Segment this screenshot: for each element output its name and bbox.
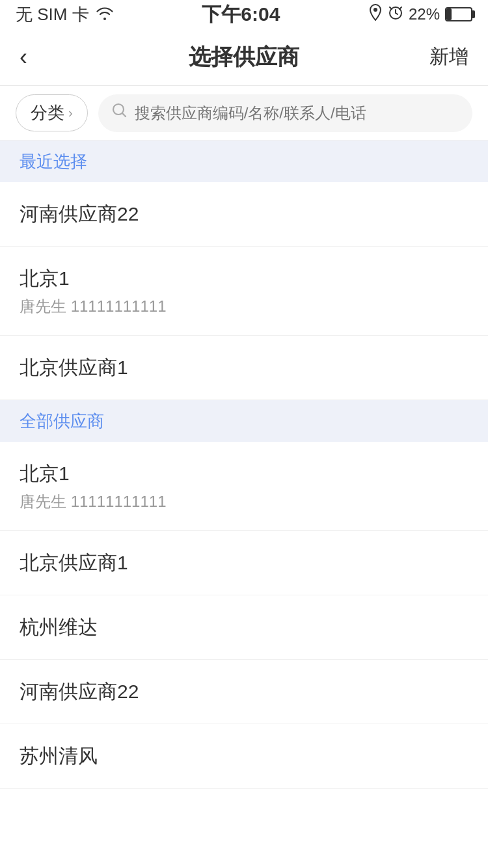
list-item[interactable]: 北京1唐先生 11111111111: [0, 247, 488, 336]
list-item[interactable]: 苏州清风: [0, 724, 488, 789]
status-time: 下午6:04: [202, 1, 280, 28]
status-right: 22%: [368, 4, 472, 25]
battery-percent: 22%: [409, 5, 440, 23]
add-button[interactable]: 新增: [429, 44, 468, 70]
svg-point-0: [373, 8, 377, 12]
item-name: 北京1: [20, 265, 468, 292]
recent-items-list: 河南供应商22北京1唐先生 11111111111北京供应商1: [0, 182, 488, 400]
item-sub: 唐先生 11111111111: [20, 296, 468, 317]
list-item[interactable]: 河南供应商22: [0, 182, 488, 247]
item-name: 杭州维达: [20, 614, 468, 641]
list-item[interactable]: 北京1唐先生 11111111111: [0, 442, 488, 531]
item-name: 河南供应商22: [20, 200, 468, 228]
list-item[interactable]: 河南供应商22: [0, 660, 488, 724]
alarm-icon: [388, 4, 403, 25]
nav-bar: ‹ 选择供应商 新增: [0, 29, 488, 86]
category-label: 分类: [31, 102, 64, 124]
item-name: 北京供应商1: [20, 549, 468, 576]
no-sim-text: 无 SIM 卡: [16, 3, 89, 26]
chevron-right-icon: ›: [68, 105, 73, 120]
all-items-list: 北京1唐先生 11111111111北京供应商1杭州维达河南供应商22苏州清风: [0, 442, 488, 789]
all-section-header: 全部供应商: [0, 400, 488, 442]
item-name: 苏州清风: [20, 742, 468, 770]
back-button[interactable]: ‹: [20, 44, 59, 71]
list-item[interactable]: 北京供应商1: [0, 336, 488, 400]
search-input[interactable]: [135, 104, 459, 122]
list-item[interactable]: 北京供应商1: [0, 531, 488, 595]
status-left: 无 SIM 卡: [16, 3, 114, 26]
list-item[interactable]: 杭州维达: [0, 595, 488, 660]
all-section-label: 全部供应商: [20, 410, 104, 433]
item-name: 北京1: [20, 460, 468, 487]
recent-section-label: 最近选择: [20, 150, 87, 173]
status-bar: 无 SIM 卡 下午6:04 22%: [0, 0, 488, 29]
wifi-icon: [96, 5, 114, 25]
item-name: 河南供应商22: [20, 678, 468, 705]
page-title: 选择供应商: [59, 42, 429, 72]
item-name: 北京供应商1: [20, 354, 468, 381]
search-icon: [111, 102, 128, 124]
recent-section-header: 最近选择: [0, 141, 488, 182]
search-box: [98, 94, 472, 132]
battery-icon: [445, 7, 472, 21]
filter-bar: 分类 ›: [0, 86, 488, 141]
category-button[interactable]: 分类 ›: [16, 94, 88, 131]
location-icon: [368, 4, 383, 25]
item-sub: 唐先生 11111111111: [20, 491, 468, 512]
